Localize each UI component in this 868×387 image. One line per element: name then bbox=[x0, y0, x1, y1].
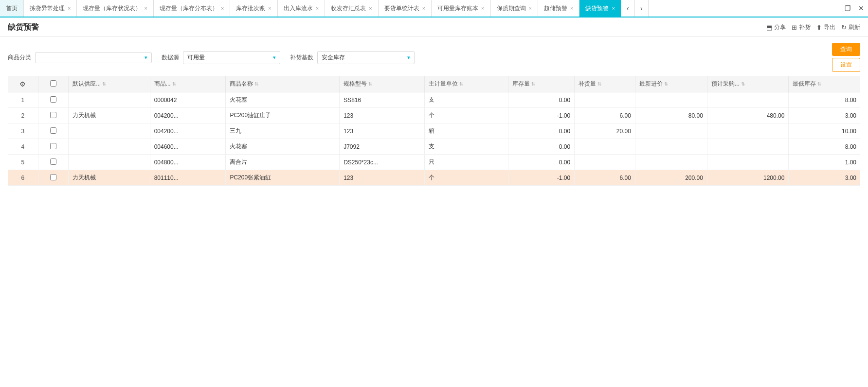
th-min-stock-label: 最低库存 bbox=[793, 80, 816, 88]
row-checkbox[interactable] bbox=[50, 112, 56, 118]
tab-expiry[interactable]: 保质期查询 × bbox=[491, 0, 538, 17]
row-forecast bbox=[707, 123, 789, 139]
tab-expiry-close[interactable]: × bbox=[529, 5, 532, 11]
export-icon: ⬆ bbox=[816, 24, 822, 31]
tab-batch-close[interactable]: × bbox=[268, 5, 271, 11]
row-name: 火花塞 bbox=[226, 139, 340, 155]
row-num: 1 bbox=[8, 92, 38, 108]
tab-available[interactable]: 可用量库存账本 × bbox=[432, 0, 490, 17]
tab-batch[interactable]: 库存批次账 × bbox=[230, 0, 277, 17]
th-min-stock[interactable]: 最低库存 ⇅ bbox=[789, 76, 860, 92]
th-latest-price[interactable]: 最新进价 ⇅ bbox=[635, 76, 707, 92]
tab-picking[interactable]: 拣货异常处理 × bbox=[24, 0, 77, 17]
th-supplier[interactable]: 默认供应... ⇅ bbox=[69, 76, 150, 92]
row-spec: 123 bbox=[340, 170, 425, 186]
th-spec[interactable]: 规格型号 ⇅ bbox=[340, 76, 425, 92]
tab-expiry-label: 保质期查询 bbox=[497, 4, 526, 13]
category-select[interactable]: ▾ bbox=[35, 52, 152, 63]
tab-home[interactable]: 首页 bbox=[0, 0, 24, 17]
refresh-button[interactable]: ↻ 刷新 bbox=[841, 23, 860, 32]
restore-icon: ❐ bbox=[845, 4, 851, 12]
row-latest-price: 200.00 bbox=[635, 170, 707, 186]
chevron-left-icon: ‹ bbox=[627, 4, 629, 12]
row-stock: 0.00 bbox=[508, 123, 574, 139]
tab-shortage-close[interactable]: × bbox=[612, 5, 615, 11]
share-button[interactable]: ⬒ 分享 bbox=[766, 23, 786, 32]
data-table: ⚙ 默认供应... ⇅ 商品... ⇅ bbox=[8, 76, 860, 186]
th-name[interactable]: 商品名称 ⇅ bbox=[226, 76, 340, 92]
unit-sort-icon: ⇅ bbox=[459, 81, 463, 87]
th-replenish[interactable]: 补货量 ⇅ bbox=[575, 76, 635, 92]
settings-gear-icon[interactable]: ⚙ bbox=[19, 80, 26, 88]
th-gear[interactable]: ⚙ bbox=[8, 76, 38, 92]
tab-inventory-status-close[interactable]: × bbox=[144, 5, 147, 11]
tab-picking-close[interactable]: × bbox=[68, 5, 71, 11]
refresh-icon: ↻ bbox=[841, 24, 847, 31]
row-latest-price bbox=[635, 123, 707, 139]
row-checkbox[interactable] bbox=[50, 127, 56, 134]
tab-order-stats-close[interactable]: × bbox=[422, 5, 425, 11]
row-check[interactable] bbox=[38, 170, 68, 186]
row-check[interactable] bbox=[38, 92, 68, 108]
tab-overstock[interactable]: 超储预警 × bbox=[538, 0, 579, 17]
row-checkbox[interactable] bbox=[50, 143, 56, 149]
row-check[interactable] bbox=[38, 123, 68, 139]
row-checkbox[interactable] bbox=[50, 96, 56, 103]
tab-inventory-dist[interactable]: 现存量（库存分布表） × bbox=[154, 0, 230, 17]
restore-button[interactable]: ❐ bbox=[841, 4, 854, 12]
tab-inventory-status[interactable]: 现存量（库存状况表） × bbox=[77, 0, 153, 17]
query-button[interactable]: 查询 bbox=[832, 43, 860, 56]
row-min-stock: 8.00 bbox=[789, 139, 860, 155]
tab-summary-close[interactable]: × bbox=[369, 5, 372, 11]
tab-flow[interactable]: 出入库流水 × bbox=[278, 0, 325, 17]
tab-inventory-dist-close[interactable]: × bbox=[221, 5, 224, 11]
th-name-label: 商品名称 bbox=[230, 80, 253, 88]
table-container: ⚙ 默认供应... ⇅ 商品... ⇅ bbox=[0, 76, 868, 186]
table-body: 1 0000042 火花塞 SS816 支 0.00 8.00 2 力天机械 0… bbox=[8, 92, 860, 186]
close-window-icon: ✕ bbox=[858, 4, 864, 12]
share-icon: ⬒ bbox=[766, 24, 772, 31]
datasource-select[interactable]: 可用量 ▾ bbox=[183, 51, 280, 64]
th-forecast[interactable]: 预计采购... ⇅ bbox=[707, 76, 789, 92]
tab-shortage[interactable]: 缺货预警 × bbox=[579, 0, 621, 17]
th-stock[interactable]: 库存量 ⇅ bbox=[508, 76, 574, 92]
tab-inventory-dist-label: 现存量（库存分布表） bbox=[160, 4, 218, 13]
row-check[interactable] bbox=[38, 155, 68, 170]
th-code[interactable]: 商品... ⇅ bbox=[150, 76, 226, 92]
tab-overstock-close[interactable]: × bbox=[570, 5, 573, 11]
table-header-row: ⚙ 默认供应... ⇅ 商品... ⇅ bbox=[8, 76, 860, 92]
row-min-stock: 10.00 bbox=[789, 123, 860, 139]
row-checkbox[interactable] bbox=[50, 158, 56, 165]
close-window-button[interactable]: ✕ bbox=[854, 4, 868, 12]
minimize-button[interactable]: — bbox=[827, 4, 841, 12]
replenish-base-select[interactable]: 安全库存 ▾ bbox=[317, 51, 415, 64]
tab-available-close[interactable]: × bbox=[481, 5, 484, 11]
row-checkbox[interactable] bbox=[50, 174, 56, 180]
replenish-button[interactable]: ⊞ 补货 bbox=[792, 23, 811, 32]
tab-summary[interactable]: 收发存汇总表 × bbox=[325, 0, 378, 17]
row-latest-price bbox=[635, 139, 707, 155]
settings-button[interactable]: 设置 bbox=[832, 58, 860, 72]
row-stock: -1.00 bbox=[508, 170, 574, 186]
row-min-stock: 3.00 bbox=[789, 170, 860, 186]
row-code: 004200... bbox=[150, 108, 226, 123]
window-controls: — ❐ ✕ bbox=[827, 4, 868, 12]
replenish-label: 补货 bbox=[799, 23, 811, 32]
row-spec: J7092 bbox=[340, 139, 425, 155]
tab-scroll-right[interactable]: › bbox=[635, 0, 649, 17]
select-all-checkbox[interactable] bbox=[50, 80, 56, 87]
row-check[interactable] bbox=[38, 108, 68, 123]
filter-actions: 查询 设置 bbox=[832, 43, 860, 72]
row-num: 2 bbox=[8, 108, 38, 123]
export-button[interactable]: ⬆ 导出 bbox=[816, 23, 835, 32]
tab-flow-close[interactable]: × bbox=[316, 5, 319, 11]
th-stock-label: 库存量 bbox=[512, 80, 530, 88]
tab-order-stats[interactable]: 要货单统计表 × bbox=[379, 0, 432, 17]
datasource-filter-group: 数据源 可用量 ▾ bbox=[162, 51, 280, 64]
tab-scroll-left[interactable]: ‹ bbox=[621, 0, 635, 17]
row-check[interactable] bbox=[38, 139, 68, 155]
th-replenish-label: 补货量 bbox=[579, 80, 596, 88]
row-latest-price: 80.00 bbox=[635, 108, 707, 123]
th-unit[interactable]: 主计量单位 ⇅ bbox=[425, 76, 508, 92]
row-replenish: 6.00 bbox=[575, 170, 635, 186]
